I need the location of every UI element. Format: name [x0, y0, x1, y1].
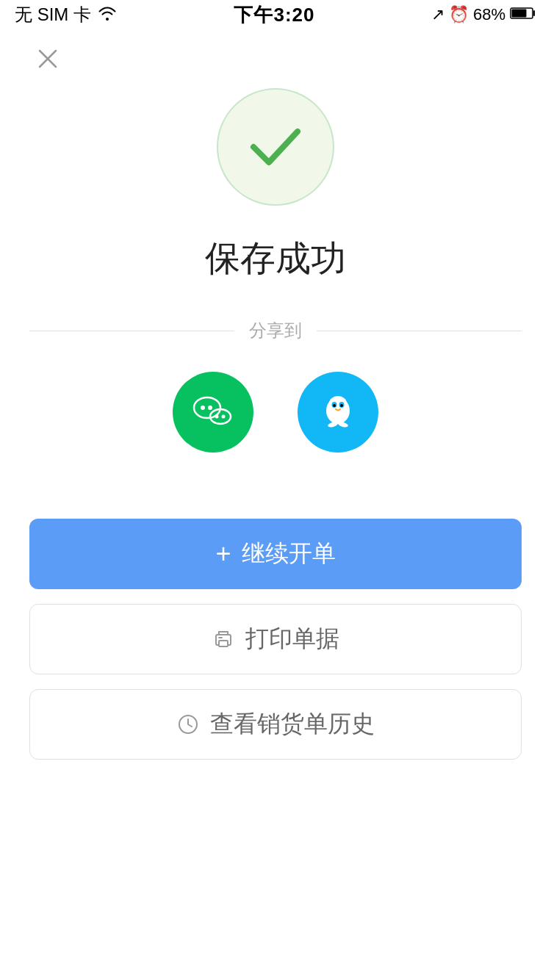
- buttons-section: + 继续开单 打印单据 查看销货单历史: [0, 519, 551, 760]
- wifi-icon: [97, 4, 118, 25]
- share-icons: [29, 372, 522, 453]
- continue-button[interactable]: + 继续开单: [29, 519, 522, 589]
- print-button[interactable]: 打印单据: [29, 604, 522, 674]
- printer-icon: [212, 627, 235, 651]
- status-right: ↗ ⏰ 68%: [431, 5, 536, 24]
- share-wechat-button[interactable]: [173, 372, 253, 453]
- svg-point-15: [340, 404, 343, 407]
- status-bar: 无 SIM 卡 下午3:20 ↗ ⏰ 68%: [0, 0, 551, 29]
- sim-text: 无 SIM 卡: [15, 3, 91, 26]
- svg-point-13: [333, 404, 336, 407]
- svg-point-6: [208, 406, 212, 410]
- share-label: 分享到: [249, 319, 302, 342]
- close-button[interactable]: [29, 40, 66, 77]
- share-section: 分享到: [0, 319, 551, 467]
- status-left: 无 SIM 卡: [15, 3, 118, 26]
- svg-rect-19: [219, 641, 228, 646]
- plus-icon: +: [215, 538, 231, 569]
- svg-point-9: [222, 415, 226, 419]
- battery-icon: [510, 5, 536, 24]
- status-time: 下午3:20: [234, 2, 314, 28]
- svg-point-8: [215, 415, 219, 419]
- alarm-icon: ⏰: [449, 5, 469, 24]
- print-button-label: 打印单据: [245, 623, 339, 655]
- share-divider-left: [29, 331, 234, 331]
- history-button[interactable]: 查看销货单历史: [29, 689, 522, 760]
- svg-rect-1: [511, 10, 526, 18]
- share-qq-button[interactable]: [298, 372, 378, 453]
- success-icon-circle: [217, 88, 334, 206]
- share-divider-right: [317, 331, 522, 331]
- history-button-label: 查看销货单历史: [210, 708, 375, 741]
- svg-point-5: [201, 406, 205, 410]
- clock-icon: [176, 713, 200, 736]
- main-content: 保存成功 分享到: [0, 29, 551, 760]
- location-icon: ↗: [431, 5, 444, 24]
- share-divider-row: 分享到: [29, 319, 522, 342]
- battery-text: 68%: [473, 5, 505, 24]
- continue-button-label: 继续开单: [242, 538, 336, 570]
- svg-point-11: [329, 396, 347, 411]
- success-title: 保存成功: [205, 235, 346, 282]
